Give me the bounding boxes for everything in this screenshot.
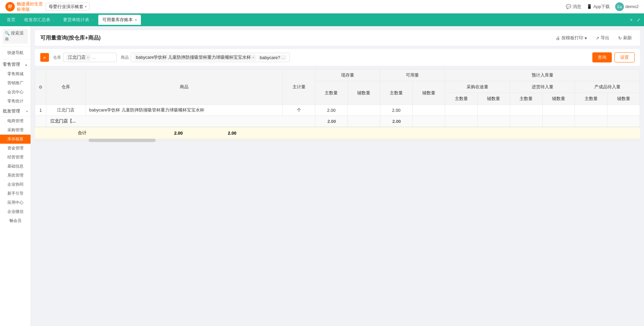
page-title: 可用量查询(按仓库+商品) <box>40 35 101 42</box>
close-window-icon[interactable]: × <box>629 17 634 22</box>
tab-receivable[interactable]: 收发存汇总表 × <box>20 15 58 25</box>
warehouse-tag-close[interactable]: × <box>87 55 89 59</box>
chevron-down-icon: ▾ <box>85 5 87 8</box>
print-icon: 🖨 <box>556 36 560 41</box>
th-available: 可用量 <box>380 69 445 81</box>
scroll-track[interactable] <box>35 139 640 142</box>
sidebar-item-marketing[interactable]: 营销推广 <box>0 79 31 88</box>
tab-demand[interactable]: 要货单统计表 × <box>59 15 97 25</box>
sidebar-item-enterprise[interactable]: 企业协同 <box>0 180 31 189</box>
sidebar-item-newguide[interactable]: 新手引导 <box>0 189 31 198</box>
warehouse-filter: 仓库 江北门店 × ... <box>53 53 117 62</box>
window-buttons: × ⤢ <box>629 17 641 22</box>
filter-toggle-btn[interactable]: » <box>40 53 49 62</box>
goods-tag1-close[interactable]: × <box>252 55 254 59</box>
tab-home[interactable]: 首页 <box>3 15 19 25</box>
sidebar-section-wholesale-title[interactable]: 批发管理 ▾ <box>0 106 31 116</box>
cell-pend-main <box>510 105 542 116</box>
th-pend-in: 进货待入量 <box>510 81 575 93</box>
cell-pur-main <box>445 105 478 116</box>
settings-col[interactable]: ⚙ <box>35 69 46 105</box>
cell-pur-aux <box>477 105 510 116</box>
sidebar-section-retail-title[interactable]: 零售管理 ▲ <box>0 59 31 69</box>
user-menu[interactable]: Ea demo2 <box>615 2 639 11</box>
close-tab-demand[interactable]: × <box>91 18 93 22</box>
sidebar-search: 🔍 搜索菜单 <box>0 26 31 47</box>
sidebar-item-system[interactable]: 系统管理 <box>0 171 31 180</box>
subtotal-warehouse: 江北门店【... <box>46 116 315 127</box>
cell-pend-aux <box>542 105 575 116</box>
content-area: 可用量查询(按仓库+商品) 🖨 按模板打印 ▾ ↗ 导出 ↻ 刷新 » <box>31 26 644 326</box>
sidebar-item-finance[interactable]: 资金管理 <box>0 144 31 153</box>
logo-icon: 好 <box>5 2 15 11</box>
message-btn[interactable]: 💬 消息 <box>566 4 581 10</box>
account-selector[interactable]: 母婴行业演示账套 ▾ <box>46 3 90 11</box>
sidebar-item-basic[interactable]: 基础信息 <box>0 162 31 171</box>
sidebar-item-quick-nav[interactable]: 快捷导航 <box>0 48 31 58</box>
total-avail-main: 2.00 <box>219 131 246 136</box>
refresh-btn[interactable]: ↻ 刷新 <box>615 34 635 42</box>
tab-available[interactable]: 可用量库存账本 × <box>98 15 141 25</box>
goods-tag2: babycare? ... <box>258 55 287 60</box>
th-prod-aux: 辅数量 <box>607 93 640 105</box>
goods-input[interactable]: babycare学饮杯 儿童防摔防撞吸管杯重力球吸嘴杯宝宝水杯 × babyca… <box>131 53 290 62</box>
th-prod-main: 主数量 <box>575 93 607 105</box>
app-download-btn[interactable]: 📱 App下载 <box>587 4 610 10</box>
total-row: 合计 2.00 2.00 <box>35 127 640 139</box>
refresh-icon: ↻ <box>618 36 622 41</box>
table-row: 1 江北门店 babycare学饮杯 儿童防摔防撞吸管杯重力球吸嘴杯宝宝水杯 个… <box>35 105 640 116</box>
expand-window-icon[interactable]: ⤢ <box>636 17 641 22</box>
message-icon: 💬 <box>566 4 571 9</box>
top-bar: 好 畅捷通好生意 标准版 母婴行业演示账套 ▾ 💬 消息 📱 App下载 Ea … <box>0 0 644 13</box>
sidebar-section-retail: 零售管理 ▲ 零售商城 营销推广 会员中心 零售统计 <box>0 59 31 106</box>
cell-index: 1 <box>35 105 46 116</box>
sidebar-item-ecommerce[interactable]: 电商管理 <box>0 117 31 126</box>
page-header: 可用量查询(按仓库+商品) 🖨 按模板打印 ▾ ↗ 导出 ↻ 刷新 <box>35 30 640 46</box>
download-icon: 📱 <box>587 4 592 9</box>
export-btn[interactable]: ↗ 导出 <box>593 34 612 42</box>
sidebar-item-appcenter[interactable]: 应用中心 <box>0 198 31 207</box>
th-stock-aux: 辅数量 <box>347 81 380 105</box>
goods-filter: 商品 babycare学饮杯 儿童防摔防撞吸管杯重力球吸嘴杯宝宝水杯 × bab… <box>121 53 290 62</box>
cell-warehouse: 江北门店 <box>46 105 86 116</box>
scroll-thumb[interactable] <box>89 139 156 142</box>
th-goods: 商品 <box>86 69 282 105</box>
top-bar-right: 💬 消息 📱 App下载 Ea demo2 <box>566 2 639 11</box>
cell-avail-aux <box>413 105 445 116</box>
sidebar-item-wechat[interactable]: 企业微信 <box>0 207 31 216</box>
main-layout: 🔍 搜索菜单 快捷导航 零售管理 ▲ 零售商城 营销推广 会员中心 零售统计 批… <box>0 26 644 326</box>
warehouse-more[interactable]: ... <box>92 55 96 60</box>
sidebar-item-members[interactable]: 会员中心 <box>0 88 31 97</box>
cell-goods: babycare学饮杯 儿童防摔防撞吸管杯重力球吸嘴杯宝宝水杯 <box>86 105 282 116</box>
th-current-stock: 现存量 <box>315 69 380 81</box>
th-expected-in: 预计入库量 <box>445 69 640 81</box>
page-actions: 🖨 按模板打印 ▾ ↗ 导出 ↻ 刷新 <box>553 34 635 42</box>
set-btn[interactable]: 设置 <box>614 52 635 62</box>
cell-unit: 个 <box>283 105 315 116</box>
sidebar-item-purchase[interactable]: 采购管理 <box>0 126 31 135</box>
logo-area: 好 畅捷通好生意 标准版 <box>5 1 43 12</box>
filter-actions: 查询 设置 <box>592 52 635 62</box>
goods-label: 商品 <box>121 55 129 60</box>
close-tab-available[interactable]: × <box>135 18 137 22</box>
sidebar-item-inventory[interactable]: 库存核算 <box>0 135 31 144</box>
sidebar-item-retail-mall[interactable]: 零售商城 <box>0 69 31 79</box>
cell-prod-aux <box>607 105 640 116</box>
th-pend-aux: 辅数量 <box>542 93 575 105</box>
goods-tag1: babycare学饮杯 儿童防摔防撞吸管杯重力球吸嘴杯宝宝水杯 × <box>134 54 257 61</box>
settings-icon[interactable]: ⚙ <box>39 85 43 90</box>
tab-bar: 首页 收发存汇总表 × 要货单统计表 × 可用量库存账本 × × ⤢ <box>0 13 644 26</box>
search-menu-btn[interactable]: 🔍 搜索菜单 <box>3 29 28 44</box>
warehouse-input[interactable]: 江北门店 × ... <box>63 53 117 62</box>
sidebar-item-operation[interactable]: 经营管理 <box>0 153 31 162</box>
close-tab-receivable[interactable]: × <box>52 18 54 22</box>
query-btn[interactable]: 查询 <box>592 52 612 62</box>
data-table: ⚙ 仓库 商品 主计量 现存量 可用量 预计入库量 主数量 辅数量 主数量 辅数… <box>35 69 640 127</box>
goods-more[interactable]: ... <box>281 55 285 60</box>
avatar: Ea <box>615 2 624 11</box>
table-container: ⚙ 仓库 商品 主计量 现存量 可用量 预计入库量 主数量 辅数量 主数量 辅数… <box>35 69 640 142</box>
print-btn[interactable]: 🖨 按模板打印 ▾ <box>553 34 590 42</box>
sidebar-item-member[interactable]: 畅会员 <box>0 216 31 225</box>
sidebar-item-retail-stats[interactable]: 零售统计 <box>0 97 31 106</box>
warehouse-label: 仓库 <box>53 55 61 60</box>
